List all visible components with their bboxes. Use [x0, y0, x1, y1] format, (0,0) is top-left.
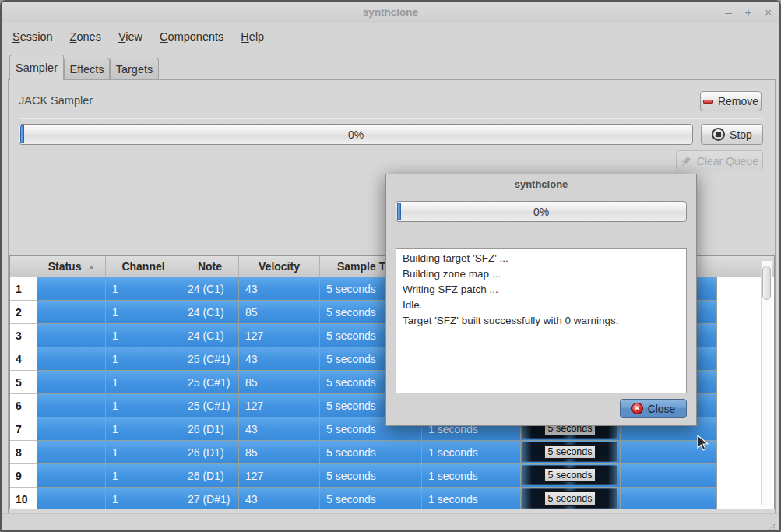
- cell-status[interactable]: [37, 417, 106, 441]
- cell-status[interactable]: [37, 301, 106, 324]
- cell-note[interactable]: 24 (C1): [181, 277, 239, 301]
- header-note[interactable]: Note: [181, 256, 239, 277]
- cell-num[interactable]: 1: [10, 277, 37, 301]
- cell-channel[interactable]: 1: [106, 417, 181, 441]
- cell-release-time[interactable]: 1 seconds: [422, 441, 521, 464]
- cell-wet-sample[interactable]: [621, 464, 717, 488]
- header-velocity[interactable]: Velocity: [239, 256, 320, 277]
- minimize-icon[interactable]: –: [725, 6, 731, 18]
- scrollbar-thumb[interactable]: [762, 266, 771, 300]
- remove-button[interactable]: Remove: [700, 91, 762, 111]
- app-window: synthclone – + × Session Zones View Comp…: [0, 0, 781, 532]
- build-log[interactable]: Building target 'SFZ' ...Building zone m…: [396, 248, 687, 393]
- cell-num[interactable]: 4: [10, 347, 37, 371]
- cell-num[interactable]: 2: [10, 301, 37, 324]
- log-line: Writing SFZ patch ...: [403, 282, 680, 298]
- cell-velocity[interactable]: 127: [239, 394, 320, 417]
- cell-num[interactable]: 3: [10, 324, 37, 347]
- cell-status[interactable]: [37, 394, 106, 417]
- cell-velocity[interactable]: 43: [239, 347, 320, 371]
- stop-button[interactable]: Stop: [701, 124, 763, 145]
- cell-num[interactable]: 10: [10, 488, 37, 509]
- menu-zones[interactable]: Zones: [70, 30, 101, 43]
- waveform-thumbnail: 5 seconds: [522, 465, 617, 485]
- cell-dry-sample[interactable]: 5 seconds: [521, 464, 621, 488]
- cell-note[interactable]: 25 (C#1): [181, 371, 239, 394]
- cell-status[interactable]: [37, 371, 106, 394]
- cell-sample-time[interactable]: 5 seconds: [320, 464, 422, 488]
- cell-velocity[interactable]: 85: [239, 301, 320, 324]
- cell-num[interactable]: 8: [10, 441, 37, 464]
- cell-channel[interactable]: 1: [106, 347, 181, 371]
- cell-sample-time[interactable]: 5 seconds: [320, 488, 422, 509]
- log-line: Building target 'SFZ' ...: [403, 251, 680, 266]
- table-vertical-scrollbar[interactable]: [761, 261, 772, 505]
- cell-channel[interactable]: 1: [106, 324, 181, 347]
- clear-queue-button[interactable]: Clear Queue: [676, 150, 763, 171]
- cell-channel[interactable]: 1: [106, 464, 181, 488]
- cell-status[interactable]: [37, 324, 106, 347]
- cell-sample-time[interactable]: 5 seconds: [320, 441, 422, 464]
- table-row[interactable]: 8126 (D1)855 seconds1 seconds5 seconds: [10, 441, 774, 464]
- tab-effects[interactable]: Effects: [64, 58, 110, 79]
- progress-fill: [20, 125, 24, 143]
- table-row[interactable]: 9126 (D1)1275 seconds1 seconds5 seconds: [10, 464, 774, 488]
- cell-note[interactable]: 25 (C#1): [181, 394, 239, 417]
- table-row[interactable]: 10127 (D#1)435 seconds1 seconds5 seconds: [10, 488, 774, 509]
- cell-channel[interactable]: 1: [106, 488, 181, 509]
- cell-status[interactable]: [37, 464, 106, 488]
- cell-num[interactable]: 9: [10, 464, 37, 488]
- waveform-thumbnail: 5 seconds: [522, 488, 617, 509]
- cell-channel[interactable]: 1: [106, 301, 181, 324]
- window-title: synthclone: [363, 6, 418, 18]
- cell-num[interactable]: 6: [10, 394, 37, 417]
- cell-channel[interactable]: 1: [106, 394, 181, 417]
- cell-num[interactable]: 5: [10, 371, 37, 394]
- cell-velocity[interactable]: 43: [239, 488, 320, 509]
- cell-note[interactable]: 26 (D1): [181, 417, 239, 441]
- cell-num[interactable]: 7: [10, 417, 37, 441]
- cell-status[interactable]: [37, 441, 106, 464]
- resize-grip[interactable]: [768, 523, 776, 531]
- titlebar[interactable]: synthclone – + ×: [2, 2, 779, 23]
- cell-note[interactable]: 27 (D#1): [181, 488, 239, 509]
- cell-note[interactable]: 24 (C1): [181, 301, 239, 324]
- dialog-title: synthclone: [386, 178, 696, 190]
- cell-channel[interactable]: 1: [106, 277, 181, 301]
- cell-status[interactable]: [37, 488, 106, 509]
- cell-velocity[interactable]: 43: [239, 277, 320, 301]
- cell-note[interactable]: 26 (D1): [181, 441, 239, 464]
- menu-view[interactable]: View: [118, 30, 142, 43]
- close-window-icon[interactable]: ×: [765, 6, 772, 18]
- cell-velocity[interactable]: 85: [239, 371, 320, 394]
- cell-velocity[interactable]: 127: [239, 324, 320, 347]
- cell-status[interactable]: [37, 347, 106, 371]
- cell-note[interactable]: 24 (C1): [181, 324, 239, 347]
- cell-release-time[interactable]: 1 seconds: [422, 464, 521, 488]
- cell-dry-sample[interactable]: 5 seconds: [521, 441, 621, 464]
- header-channel[interactable]: Channel: [106, 256, 181, 277]
- menu-session[interactable]: Session: [12, 30, 53, 43]
- cell-dry-sample[interactable]: 5 seconds: [521, 488, 621, 509]
- cell-status[interactable]: [37, 277, 106, 301]
- tab-targets[interactable]: Targets: [110, 58, 159, 79]
- close-button[interactable]: ✕ Close: [620, 399, 687, 418]
- cell-velocity[interactable]: 85: [239, 441, 320, 464]
- menu-components[interactable]: Components: [160, 30, 223, 43]
- maximize-icon[interactable]: +: [744, 6, 751, 18]
- cell-channel[interactable]: 1: [106, 441, 181, 464]
- header-rownum[interactable]: [10, 256, 37, 277]
- cell-release-time[interactable]: 1 seconds: [422, 488, 521, 509]
- tab-sampler[interactable]: Sampler: [9, 55, 64, 80]
- cell-note[interactable]: 26 (D1): [181, 464, 239, 488]
- waveform-duration-label: 5 seconds: [544, 491, 596, 506]
- cell-note[interactable]: 25 (C#1): [181, 347, 239, 371]
- clear-queue-broom-icon: [681, 156, 692, 167]
- cell-velocity[interactable]: 127: [239, 464, 320, 488]
- header-status[interactable]: Status▲: [37, 256, 106, 277]
- cell-velocity[interactable]: 43: [239, 417, 320, 441]
- cell-channel[interactable]: 1: [106, 371, 181, 394]
- cell-wet-sample[interactable]: [621, 488, 717, 509]
- separator: [19, 118, 763, 119]
- menu-help[interactable]: Help: [241, 30, 264, 43]
